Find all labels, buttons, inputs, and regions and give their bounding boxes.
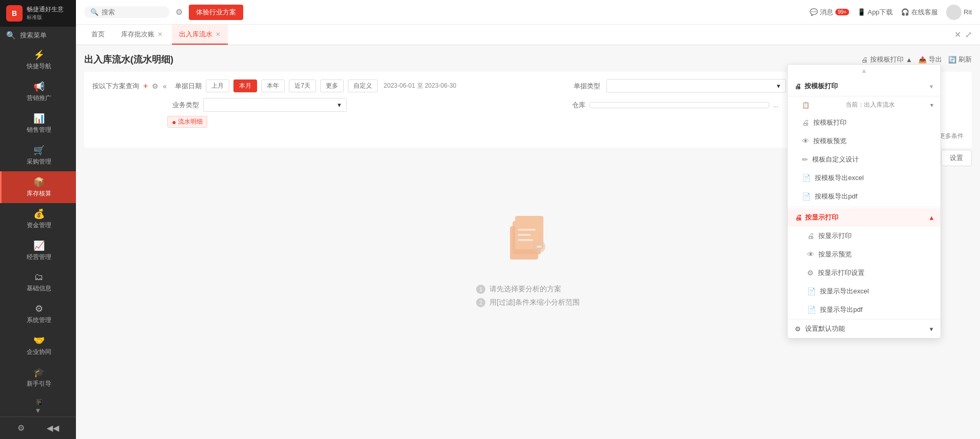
date-7days-btn[interactable]: 近7天 [289,79,316,92]
section-arrow-icon: ▾ [930,83,933,90]
sidebar-item-sales[interactable]: 📊 销售管理 [0,108,76,139]
filter-biz-select[interactable]: ▾ [203,98,347,112]
dropdown-display-pdf[interactable]: 📄 按显示导出pdf [788,301,940,319]
sidebar-item-finance[interactable]: 💰 资金管理 [0,203,76,235]
top-header: 🔍 ⚙ 体验行业方案 💬 消息 99+ 📱 App下载 🎧 在 [76,0,980,25]
sidebar-item-label: 销售管理 [27,126,51,134]
date-more-btn[interactable]: 更多 [320,79,344,92]
sidebar-item-label: 新手引导 [27,380,51,388]
svg-rect-3 [518,229,536,231]
dropdown-display-settings[interactable]: ⚙ 按显示打印设置 [788,264,940,282]
template-print-item-icon: 🖨 [802,118,809,127]
filter-query-label: 按以下方案查询 [92,82,139,91]
print-icon: 🖨 [861,56,868,64]
message-btn[interactable]: 💬 消息 99+ [810,8,849,17]
svg-rect-5 [518,239,533,241]
page-actions: 🖨 按模板打印 ▲ 📤 导出 🔄 刷新 ▲ [861,55,972,64]
dropdown-template-print[interactable]: 🖨 按模板打印 [788,113,940,132]
export-label: 导出 [929,55,942,64]
sidebar-item-purchase[interactable]: 🛒 采购管理 [0,139,76,171]
tab-batch-close[interactable]: ✕ [158,31,163,38]
app-download-btn[interactable]: 📱 App下载 [857,8,893,17]
date-this-month-btn[interactable]: 本月 [233,79,257,92]
sidebar-item-operation[interactable]: 📈 经营管理 [0,235,76,267]
online-service-btn[interactable]: 🎧 在线客服 [901,8,938,17]
filter-tag-label: 流水明细 [178,117,203,126]
tab-bar-right: ✕ ⤢ [954,30,972,39]
dropdown-display-print[interactable]: 🖨 按显示打印 [788,227,940,245]
dropdown-display-excel[interactable]: 📄 按显示导出excel [788,282,940,301]
dropdown-display-preview[interactable]: 👁 按显示预览 [788,245,940,264]
tab-home[interactable]: 首页 [84,25,112,45]
dropdown-footer-settings[interactable]: ⚙ 设置默认功能 ▾ [788,319,940,338]
user-avatar-btn[interactable]: Rit [946,5,972,20]
app-download-label: App下载 [868,8,893,17]
sidebar-item-system[interactable]: ⚙ 系统管理 [0,298,76,330]
template-print-button[interactable]: 🖨 按模板打印 ▲ [861,55,912,64]
page-title: 出入库流水(流水明细) [84,53,173,66]
sidebar-item-label: 基础信息 [27,284,51,293]
svg-rect-4 [518,234,531,236]
search-header-icon: 🔍 [90,8,99,16]
tag-icon: ● [172,118,176,126]
online-service-label: 在线客服 [911,8,938,17]
refresh-button[interactable]: 🔄 刷新 [948,55,972,64]
sidebar-item-shortcut[interactable]: ⚡ 快捷导航 [0,44,76,76]
close-tab-btn[interactable]: ✕ [954,30,961,39]
sidebar-item-basic[interactable]: 🗂 基础信息 [0,267,76,298]
export-button[interactable]: 📤 导出 [918,55,942,64]
filter-collapse-left-icon[interactable]: « [163,82,167,90]
display-print-section-icon: 🖨 [795,213,802,222]
tip-text-2: 用[过滤]条件来缩小分析范围 [489,298,580,307]
tab-flow-close[interactable]: ✕ [215,31,221,38]
dropdown-template-pdf[interactable]: 📄 按模板导出pdf [788,187,940,206]
industry-solution-button[interactable]: 体验行业方案 [189,5,243,20]
filter-date-group: 单据日期 上月 本月 本年 近7天 更多 自定义 2023-06-01 至 20… [175,79,565,92]
scroll-up-indicator[interactable]: ▲ [788,65,940,76]
filter-type-select[interactable]: ▾ [606,79,786,93]
filter-tag-item[interactable]: ● 流水明细 [167,116,207,128]
tab-flow[interactable]: 出入库流水 ✕ [172,25,228,45]
tab-bar-left: 首页 库存批次账 ✕ 出入库流水 ✕ [84,25,228,45]
sidebar-item-marketing[interactable]: 📢 营销推广 [0,76,76,108]
dropdown-template-preview[interactable]: 👁 按模板预览 [788,132,940,150]
filter-warehouse-more-btn[interactable]: ... [773,102,778,109]
header-search[interactable]: 🔍 [84,6,169,18]
sidebar-item-inventory[interactable]: 📦 库存核算 [0,171,76,203]
tab-flow-label: 出入库流水 [179,30,212,39]
header-search-input[interactable] [102,8,163,16]
app-logo-icon: B [6,5,23,22]
dropdown-template-excel[interactable]: 📄 按模板导出excel [788,169,940,187]
marketing-icon: 📢 [33,81,45,92]
current-arrow-icon: ▾ [930,102,933,109]
sidebar-settings-btn[interactable]: ⚙ [17,423,25,433]
header-gear-icon[interactable]: ⚙ [175,7,183,17]
sidebar-scroll: ⚡ 快捷导航 📢 营销推广 📊 销售管理 🛒 采购管理 📦 库存核算 💰 [0,44,76,405]
sidebar-item-coop[interactable]: 🤝 企业协同 [0,330,76,362]
chevron-up-icon: ▲ [906,56,912,64]
sidebar-item-guide[interactable]: 🎓 新手引导 [0,362,76,393]
operation-icon: 📈 [33,240,45,251]
date-last-month-btn[interactable]: 上月 [206,79,229,92]
template-print-section-header[interactable]: 🖨 按模板打印 ▾ [788,76,940,96]
search-menu[interactable]: 🔍 搜索菜单 [0,27,76,44]
tab-batch[interactable]: 库存批次账 ✕ [114,25,170,45]
expand-tab-btn[interactable]: ⤢ [965,30,972,39]
filter-biz-expand-icon: ▾ [338,101,341,109]
display-pdf-icon: 📄 [807,306,816,314]
sales-icon: 📊 [33,113,45,124]
sidebar-collapse-btn[interactable]: ◀◀ [47,423,59,433]
filter-add-button[interactable]: + [143,82,148,91]
filter-settings-icon[interactable]: ⚙ [152,82,159,90]
appstore-icon: 📱 [33,398,45,405]
scroll-down-btn[interactable]: ▼ [0,405,76,416]
filter-warehouse-select[interactable] [590,102,769,108]
date-this-year-btn[interactable]: 本年 [261,79,285,92]
refresh-icon: 🔄 [948,56,956,64]
settings-button[interactable]: 设置 [941,150,972,166]
app-logo-text: 畅捷通好生意 标准版 [27,6,64,21]
date-custom-btn[interactable]: 自定义 [348,79,378,92]
display-print-section[interactable]: 🖨 按显示打印 ▴ [788,208,940,227]
dropdown-template-customize[interactable]: ✏ 模板自定义设计 [788,150,940,169]
sidebar-item-appstore[interactable]: 📱 应用中心 [0,393,76,405]
